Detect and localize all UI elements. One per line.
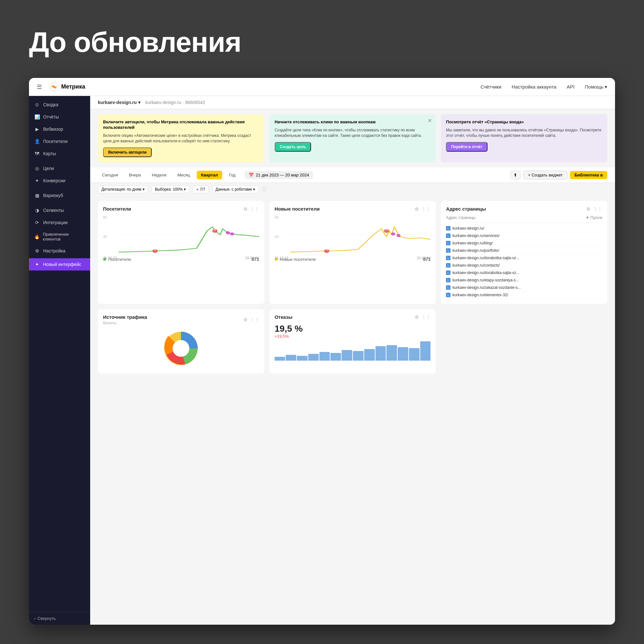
period-week[interactable]: Неделя (148, 171, 171, 179)
period-quarter[interactable]: Квартал (197, 171, 222, 179)
bar (420, 341, 431, 361)
svg-text:H: H (214, 228, 216, 231)
bar (330, 353, 341, 361)
goals-icon: ◎ (34, 166, 40, 171)
count-filter[interactable]: ● 7/7 (193, 185, 209, 193)
export-button[interactable]: ⬆ (510, 171, 521, 179)
maps-icon: 🗺 (34, 151, 40, 156)
bar (342, 350, 352, 361)
segments-icon: ◑ (34, 207, 40, 213)
bar (308, 354, 319, 361)
nav-api[interactable]: API (567, 84, 574, 90)
svg-text:H: H (154, 249, 156, 251)
new-visitors-chart-svg: H H (275, 215, 431, 254)
date-range-picker[interactable]: 📅 21 дек 2023 — 20 мар 2024 (245, 171, 313, 179)
sidebar-item-goals[interactable]: ◎ Цели (29, 162, 90, 175)
collapse-arrow: ‹ (34, 616, 35, 621)
sidebar-item-variocube[interactable]: ▦ Вариокуб (29, 189, 90, 202)
sidebar-item-conversions[interactable]: ✦ Конверсии (29, 175, 90, 187)
toolbar: Сегодня Вчера Неделя Месяц Квартал Год 📅… (90, 167, 615, 183)
site-id: kurkaev-design.ru · 96606542 (146, 100, 205, 105)
data-filter-info: ⓘ (262, 186, 266, 192)
widget-visitors-more-icon[interactable]: ⋮⋮ (250, 206, 259, 212)
site-header: kurkaev-design.ru ▾ kurkaev-design.ru · … (90, 96, 615, 109)
col-views: ▼ Просм (586, 215, 602, 220)
sidebar-item-svodka[interactable]: ⊙ Сводка (29, 99, 90, 111)
sidebar-item-segments[interactable]: ◑ Сегменты (29, 204, 90, 216)
widget-visitors-settings-icon[interactable]: ⚙ (243, 206, 248, 212)
widget-bounce-settings-icon[interactable]: ⚙ (415, 315, 419, 320)
banner-landing-btn[interactable]: Перейти в отчёт (446, 142, 487, 152)
col-address: Адрес страницы (446, 215, 475, 220)
period-year[interactable]: Год (225, 171, 240, 179)
nav-help[interactable]: Помощь ▾ (585, 84, 607, 90)
widgets-grid-2: Источник трафика Визиты ⚙ ⋮⋮ (90, 309, 615, 379)
url-icon: L (446, 285, 450, 290)
banner-clicks-btn[interactable]: Создать цель (275, 142, 311, 152)
widget-traffic-source-title-group: Источник трафика Визиты (103, 314, 147, 325)
sidebar-label-acquisition: Привлечение клиентов (43, 232, 85, 241)
banner-autogoals-btn[interactable]: Включить автоцели (103, 147, 152, 157)
content-area: kurkaev-design.ru ▾ kurkaev-design.ru · … (90, 96, 615, 625)
sidebar-item-new-interface[interactable]: ✦ Новый интерфейс (29, 258, 90, 270)
new-interface-icon: ✦ (34, 261, 40, 267)
url-text: kurkaev-design.ru/contacts/ (452, 263, 602, 268)
sample-filter[interactable]: Выборка: 100% ▾ (151, 185, 189, 193)
widget-page-address-header: Адрес страницы ⚙ ⋮⋮ (446, 206, 602, 212)
page-title: До обновления (29, 26, 241, 59)
widget-traffic-source-actions: ⚙ ⋮⋮ (243, 317, 259, 322)
conversions-icon: ✦ (34, 178, 40, 184)
integrations-icon: ⟳ (34, 220, 40, 225)
banner-clicks: ✕ Начните отслеживать клики по важным кн… (270, 114, 436, 162)
widget-new-visitors-more-icon[interactable]: ⋮⋮ (421, 206, 431, 212)
svg-text:H: H (326, 249, 328, 251)
sidebar-item-settings[interactable]: ⚙ Настройка (29, 245, 90, 257)
svg-point-18 (391, 232, 395, 236)
bar (375, 346, 386, 361)
sidebar-item-visitors[interactable]: 👤 Посетители (29, 135, 90, 147)
new-visitors-y-labels: 80 40 (275, 215, 279, 254)
url-icon: L (446, 233, 450, 238)
bar (364, 349, 375, 361)
data-filter[interactable]: Данные: с роботами ▾ (212, 185, 259, 193)
banner-autogoals: Включите автоцели, чтобы Метрика отслежи… (98, 114, 264, 162)
banner-clicks-close[interactable]: ✕ (428, 118, 432, 124)
detail-filter-label: Детализация: по дням (101, 187, 141, 192)
table-row: L kurkaev-design.ru/etapy-sozdaniya-s... (446, 277, 602, 284)
nav-counters[interactable]: Счётчики (480, 84, 501, 90)
url-text: kurkaev-design.ru/zakazat-sozdanie-s... (452, 285, 602, 290)
sidebar-collapse[interactable]: ‹ Свернуть (29, 612, 90, 625)
page-address-table-header: Адрес страницы ▼ Просм (446, 215, 602, 223)
period-yesterday[interactable]: Вчера (125, 171, 145, 179)
widget-traffic-source-title: Источник трафика (103, 314, 147, 320)
create-widget-button[interactable]: + Создать виджет (523, 171, 567, 179)
svg-point-19 (396, 234, 401, 237)
hamburger-icon[interactable]: ☰ (37, 83, 42, 90)
period-month[interactable]: Месяц (173, 171, 194, 179)
period-today[interactable]: Сегодня (98, 171, 122, 179)
url-icon: L (446, 248, 450, 253)
sidebar-item-maps[interactable]: 🗺 Карты (29, 147, 90, 160)
url-text: kurkaev-design.ru/ (452, 226, 602, 231)
detail-filter[interactable]: Детализация: по дням ▾ (98, 185, 148, 193)
site-selector[interactable]: kurkaev-design.ru ▾ (98, 100, 140, 105)
sidebar-item-reports[interactable]: 📊 Отчёты (29, 111, 90, 123)
sidebar-label-svodka: Сводка (43, 102, 58, 107)
library-button[interactable]: Библиотека в (570, 171, 607, 179)
widget-new-visitors-settings-icon[interactable]: ⚙ (415, 206, 419, 212)
widget-traffic-more-icon[interactable]: ⋮⋮ (250, 317, 259, 322)
sidebar-item-acquisition[interactable]: 🔥 Привлечение клиентов (29, 229, 90, 245)
sidebar-label-visitors: Посетители (43, 139, 68, 144)
sidebar-item-integrations[interactable]: ⟳ Интеграции (29, 216, 90, 229)
sidebar-item-webvisor[interactable]: ▶ Вебвизор (29, 123, 90, 135)
widget-traffic-settings-icon[interactable]: ⚙ (243, 317, 248, 322)
filter-bar: Детализация: по дням ▾ Выборка: 100% ▾ ●… (90, 183, 615, 196)
bar (297, 356, 308, 361)
calendar-icon: 📅 (249, 173, 254, 177)
widget-page-address-settings-icon[interactable]: ⚙ (586, 206, 591, 212)
outer-container: До обновления ☰ Метрика Счётчики Настрой… (0, 0, 644, 644)
table-row: L kurkaev-design.ru/zakazat-sozdanie-s..… (446, 284, 602, 291)
nav-settings[interactable]: Настройка аккаунта (512, 84, 556, 90)
widget-bounce-more-icon[interactable]: ⋮⋮ (421, 315, 431, 320)
widget-page-address-more-icon[interactable]: ⋮⋮ (593, 206, 602, 212)
